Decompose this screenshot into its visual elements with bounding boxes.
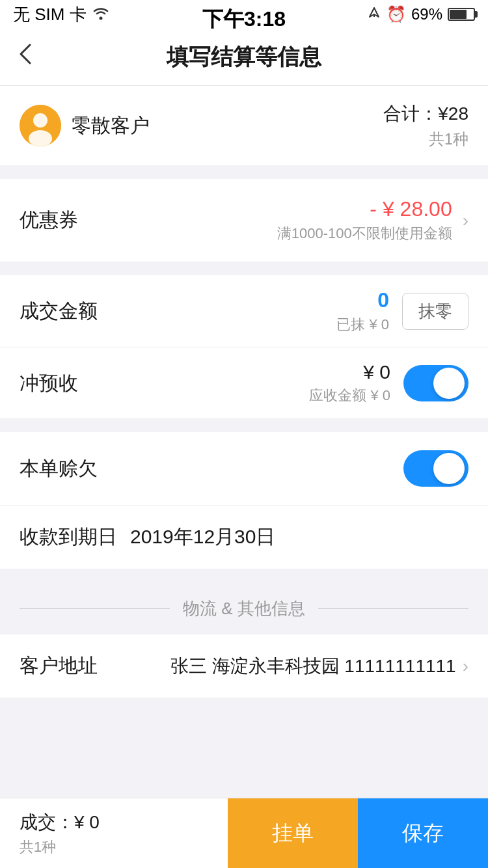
customer-info: 零散客户 [20, 105, 150, 146]
address-section: 客户地址 张三 海淀永丰科技园 11111111111 › [0, 634, 488, 698]
address-row[interactable]: 客户地址 张三 海淀永丰科技园 11111111111 › [0, 634, 488, 698]
coupon-desc: 满1000-100不限制使用金额 [277, 224, 452, 243]
deal-section: 成交金额 0 已抹 ¥ 0 抹零 冲预收 ¥ 0 应收金额 ¥ 0 [0, 275, 488, 419]
signal-text: 无 SIM 卡 [13, 3, 87, 26]
prepay-label: 冲预收 [20, 370, 78, 397]
status-bar: 无 SIM 卡 下午3:18 ⏰ 69% [0, 0, 488, 29]
customer-name: 零散客户 [72, 113, 150, 139]
divider-3 [0, 419, 488, 432]
customer-row[interactable]: 零散客户 合计：¥28 共1种 [0, 86, 488, 166]
coupon-right: - ¥ 28.00 满1000-100不限制使用金额 › [78, 197, 468, 243]
divider-2 [0, 262, 488, 275]
battery-percent: 69% [411, 5, 442, 23]
footer-info: 成交：¥ 0 共1种 [0, 810, 228, 857]
prepay-right: ¥ 0 应收金额 ¥ 0 [309, 361, 468, 405]
logistics-text: 物流 & 其他信息 [183, 597, 305, 620]
coupon-label: 优惠券 [20, 207, 78, 234]
prepay-amount: ¥ 0 [309, 361, 390, 383]
footer-deal-amount: 成交：¥ 0 [20, 810, 208, 835]
footer-count: 共1种 [20, 837, 208, 857]
debt-toggle[interactable] [403, 450, 468, 487]
address-label: 客户地址 [20, 653, 98, 679]
footer-deal-label: 成交： [20, 812, 74, 832]
logistics-section: 物流 & 其他信息 [0, 582, 488, 634]
divider-1 [0, 166, 488, 179]
prepay-row: 冲预收 ¥ 0 应收金额 ¥ 0 [0, 348, 488, 419]
debt-toggle-knob [433, 453, 465, 484]
coupon-value-block: - ¥ 28.00 满1000-100不限制使用金额 [277, 197, 452, 243]
coupon-section: 优惠券 - ¥ 28.00 满1000-100不限制使用金额 › [0, 179, 488, 262]
logistics-divider: 物流 & 其他信息 [0, 597, 488, 620]
debt-label: 本单赊欠 [20, 455, 98, 482]
customer-section: 零散客户 合计：¥28 共1种 [0, 86, 488, 166]
debt-row: 本单赊欠 [0, 432, 488, 506]
footer-spacer [0, 698, 488, 776]
address-chevron-icon: › [463, 656, 468, 677]
battery-icon [448, 8, 475, 21]
deal-label: 成交金额 [20, 298, 98, 325]
footer: 成交：¥ 0 共1种 挂单 保存 [0, 798, 488, 868]
deal-amount: 0 [336, 288, 389, 312]
status-right: ⏰ 69% [367, 5, 475, 23]
prepay-value-block: ¥ 0 应收金额 ¥ 0 [309, 361, 390, 405]
total-count: 共1种 [383, 129, 468, 150]
back-button[interactable] [18, 42, 33, 72]
prepay-toggle[interactable] [403, 365, 468, 401]
prepay-sub: 应收金额 ¥ 0 [309, 386, 390, 405]
deal-row: 成交金额 0 已抹 ¥ 0 抹零 [0, 275, 488, 348]
svg-point-4 [29, 130, 52, 146]
debt-section: 本单赊欠 收款到期日 2019年12月30日 [0, 432, 488, 569]
address-value: 张三 海淀永丰科技园 11111111111 [111, 654, 456, 679]
location-icon [367, 5, 381, 23]
hang-button[interactable]: 挂单 [228, 798, 358, 869]
wifi-icon [92, 5, 110, 25]
due-row[interactable]: 收款到期日 2019年12月30日 [0, 506, 488, 569]
alarm-icon: ⏰ [386, 5, 406, 23]
svg-point-0 [99, 16, 102, 20]
logistics-line-left [20, 608, 170, 609]
total-amount: 合计：¥28 [383, 102, 468, 126]
content-area: 零散客户 合计：¥28 共1种 优惠券 - ¥ 28.00 满1000-100不… [0, 86, 488, 776]
deal-right: 0 已抹 ¥ 0 抹零 [336, 288, 468, 334]
svg-point-3 [33, 113, 47, 128]
divider-4 [0, 569, 488, 582]
chevron-right-icon: › [463, 210, 468, 231]
logistics-line-right [318, 608, 468, 609]
status-left: 无 SIM 卡 [13, 3, 110, 26]
toggle-knob [433, 368, 465, 399]
customer-total: 合计：¥28 共1种 [383, 102, 468, 150]
due-label: 收款到期日 [20, 524, 117, 550]
deal-sub: 已抹 ¥ 0 [336, 315, 389, 334]
save-button[interactable]: 保存 [358, 798, 488, 869]
avatar [20, 105, 61, 146]
due-value: 2019年12月30日 [130, 524, 275, 550]
page-title: 填写结算等信息 [167, 42, 321, 72]
round-off-button[interactable]: 抹零 [402, 293, 468, 330]
coupon-row[interactable]: 优惠券 - ¥ 28.00 满1000-100不限制使用金额 › [0, 179, 488, 262]
coupon-amount: - ¥ 28.00 [277, 197, 452, 221]
deal-value-block: 0 已抹 ¥ 0 [336, 288, 389, 334]
footer-deal-value: ¥ 0 [74, 812, 100, 832]
nav-bar: 填写结算等信息 [0, 29, 488, 86]
